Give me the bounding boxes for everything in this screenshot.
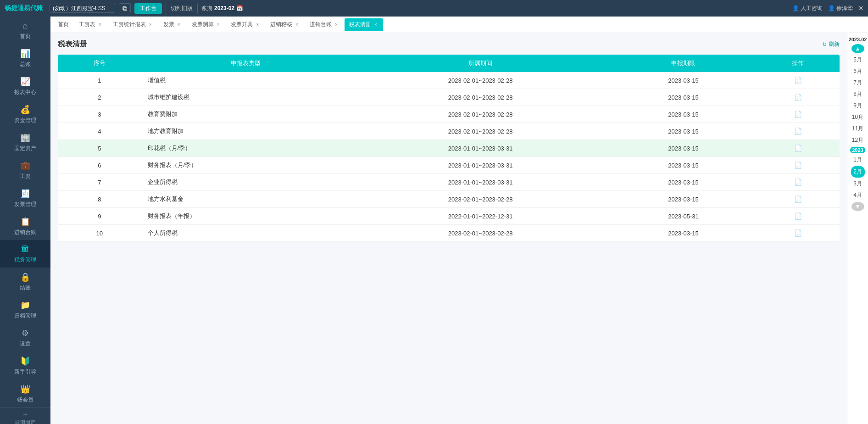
row-action[interactable]: 📄 [756, 157, 840, 174]
page-header: 税表清册 ↻ 刷新 [58, 39, 840, 49]
row-action[interactable]: 📄 [756, 208, 840, 225]
panel-month[interactable]: 7月 [852, 77, 863, 89]
action-icon[interactable]: 📄 [794, 128, 802, 135]
top-bar-right: 👤 人工咨询 👤 徐泽华 × [792, 4, 863, 13]
tab-invoice-calc[interactable]: 发票测算× [187, 18, 226, 31]
tab-home[interactable]: 首页 [53, 21, 73, 28]
row-no: 9 [58, 208, 141, 225]
row-period: 2023-02-01~2023-02-28 [351, 191, 611, 208]
tab-close-invoice-calc[interactable]: × [216, 22, 221, 28]
row-period: 2023-02-01~2023-02-28 [351, 89, 611, 106]
row-action[interactable]: 📄 [756, 140, 840, 157]
tab-label-salary-stat: 工资统计报表 [113, 21, 146, 28]
tab-invoice[interactable]: 发票× [159, 18, 186, 31]
tab-close-salary-stat[interactable]: × [148, 22, 153, 28]
action-icon[interactable]: 📄 [794, 145, 802, 152]
action-icon[interactable]: 📄 [794, 212, 802, 220]
tab-salary-table[interactable]: 工资表× [74, 18, 107, 31]
panel-month[interactable]: 3月 [851, 178, 865, 190]
sidebar-item-salary[interactable]: 💼 工资 [0, 156, 50, 184]
sidebar-item-tax[interactable]: 🏛 税务管理 [0, 240, 50, 268]
action-icon[interactable]: 📄 [794, 111, 802, 118]
panel-nav-down[interactable]: ▼ [851, 202, 864, 211]
sidebar-item-ledger[interactable]: 📊 总账 [0, 44, 50, 72]
sidebar-item-sales[interactable]: 📋 进销台账 [0, 212, 50, 240]
refresh-label: 刷新 [829, 40, 840, 48]
tab-close-salary-table[interactable]: × [97, 22, 103, 28]
sidebar-item-archive[interactable]: 📁 归档管理 [0, 296, 50, 324]
tab-salary-stat[interactable]: 工资统计报表× [108, 18, 158, 31]
tab-close-invoice[interactable]: × [176, 22, 182, 28]
refresh-icon: ↻ [822, 41, 827, 48]
panel-month[interactable]: 9月 [852, 100, 863, 112]
sidebar-item-invoice[interactable]: 🧾 发票管理 [0, 184, 50, 212]
panel-month-active[interactable]: 2月 [851, 166, 865, 178]
row-action[interactable]: 📄 [756, 191, 840, 208]
sidebar-label-guide: 新手引导 [14, 368, 36, 376]
sidebar-item-report[interactable]: 📈 报表中心 [0, 72, 50, 100]
panel-month[interactable]: 10月 [852, 112, 863, 123]
row-deadline: 2023-03-15 [611, 157, 757, 174]
sidebar-item-asset[interactable]: 🏢 固定资产 [0, 128, 50, 156]
unpin-icon: ⊣ [23, 412, 28, 418]
row-type: 印花税（月/季） [141, 140, 351, 157]
ai-consult[interactable]: 👤 人工咨询 [792, 5, 823, 12]
company-select[interactable]: (勿动）江西服宝-LSS [50, 4, 115, 13]
sidebar-item-home[interactable]: ⌂ 首页 [0, 17, 50, 44]
refresh-button[interactable]: ↻ 刷新 [822, 40, 840, 48]
tab-tax-list[interactable]: 税表清册× [345, 18, 383, 31]
panel-month[interactable]: 12月 [852, 134, 863, 146]
panel-month[interactable]: 4月 [851, 190, 865, 201]
row-type: 财务报表（年报） [141, 208, 351, 225]
salary-icon: 💼 [20, 161, 30, 171]
sidebar-label-ledger: 总账 [20, 61, 31, 68]
tab-close-invoice-open[interactable]: × [255, 22, 260, 28]
fund-icon: 💰 [20, 105, 30, 115]
table-header: 操作 [756, 55, 840, 72]
panel-nav-up[interactable]: ▲ [851, 44, 864, 53]
workspace-button[interactable]: 工作台 [134, 3, 162, 14]
sidebar-label-archive: 归档管理 [14, 312, 36, 320]
tab-invoice-open[interactable]: 发票开具× [226, 18, 265, 31]
row-action[interactable]: 📄 [756, 106, 840, 123]
row-deadline: 2023-03-15 [611, 140, 757, 157]
table-row: 7 企业所得税 2023-01-01~2023-03-31 2023-03-15… [58, 174, 840, 191]
sidebar-item-guide[interactable]: 🔰 新手引导 [0, 351, 50, 379]
action-icon[interactable]: 📄 [794, 94, 802, 101]
tab-sales-ledger[interactable]: 进销台账× [305, 18, 344, 31]
sidebar-item-member[interactable]: 👑 畅会员 [0, 379, 50, 407]
copy-icon[interactable]: ⧉ [119, 3, 131, 13]
action-icon[interactable]: 📄 [794, 77, 802, 84]
panel-month[interactable]: 6月 [852, 66, 863, 77]
row-action[interactable]: 📄 [756, 225, 840, 242]
panel-month[interactable]: 1月 [851, 154, 865, 166]
row-action[interactable]: 📄 [756, 123, 840, 140]
switch-button[interactable]: 切到旧版 [166, 3, 198, 14]
sidebar-item-fund[interactable]: 💰 资金管理 [0, 100, 50, 128]
row-action[interactable]: 📄 [756, 89, 840, 106]
table-row: 1 增值税 2023-02-01~2023-02-28 2023-03-15 📄 [58, 72, 840, 89]
row-action[interactable]: 📄 [756, 72, 840, 89]
action-icon[interactable]: 📄 [794, 162, 802, 169]
tab-close-tax-list[interactable]: × [373, 22, 378, 28]
row-type: 教育费附加 [141, 106, 351, 123]
tab-sales-check[interactable]: 进销稽核× [266, 18, 304, 31]
panel-month[interactable]: 8月 [852, 89, 863, 100]
sales-icon: 📋 [20, 217, 30, 227]
row-action[interactable]: 📄 [756, 174, 840, 191]
tab-close-sales-check[interactable]: × [294, 22, 300, 28]
tab-close-sales-ledger[interactable]: × [334, 22, 339, 28]
action-icon[interactable]: 📄 [794, 229, 802, 237]
sidebar-bottom[interactable]: ⊣ 取消固定 [0, 407, 50, 424]
panel-month[interactable]: 5月 [852, 54, 863, 66]
sidebar-item-close[interactable]: 🔒 结账 [0, 268, 50, 296]
table-row: 9 财务报表（年报） 2022-01-01~2022-12-31 2023-05… [58, 208, 840, 225]
action-icon[interactable]: 📄 [794, 179, 802, 186]
panel-month[interactable]: 11月 [852, 123, 863, 134]
user-info[interactable]: 👤 徐泽华 [828, 5, 853, 12]
row-no: 3 [58, 106, 141, 123]
sidebar-item-settings[interactable]: ⚙ 设置 [0, 324, 50, 351]
close-button[interactable]: × [858, 4, 863, 13]
action-icon[interactable]: 📄 [794, 195, 802, 203]
tab-label-invoice-open: 发票开具 [231, 21, 253, 28]
